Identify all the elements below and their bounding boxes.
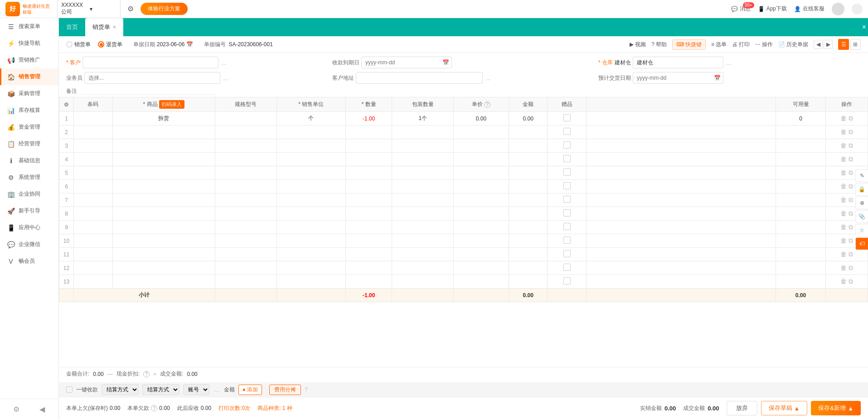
row-amount-11[interactable] bbox=[509, 248, 548, 261]
row-delete-5[interactable]: 🗑 bbox=[840, 169, 847, 176]
salesman-input[interactable] bbox=[84, 72, 220, 84]
row-unit-7[interactable] bbox=[276, 193, 345, 207]
row-amount-9[interactable] bbox=[509, 221, 548, 234]
row-unit-price-8[interactable] bbox=[454, 207, 509, 221]
row-spec-5[interactable] bbox=[215, 166, 276, 180]
gift-checkbox-12[interactable] bbox=[563, 264, 571, 271]
row-delete-13[interactable]: 🗑 bbox=[840, 278, 847, 285]
sidebar-item-sales-mgmt[interactable]: 🏠 销售管理 bbox=[0, 68, 58, 85]
float-star-button[interactable]: ☆ bbox=[855, 224, 868, 236]
online-service-button[interactable]: 👤 在线客服 bbox=[794, 5, 824, 13]
row-copy-4[interactable]: ⧉ bbox=[849, 155, 853, 163]
row-unit-price-6[interactable] bbox=[454, 180, 509, 193]
row-amount-10[interactable] bbox=[509, 234, 548, 248]
shortcut-action[interactable]: ⌨ 快捷键 bbox=[672, 39, 706, 50]
row-amount-1[interactable]: 0.00 bbox=[509, 112, 548, 125]
print-action[interactable]: 🖨 打印 bbox=[732, 41, 750, 48]
sidebar-item-enterprise-collab[interactable]: 🏢 企业协同 bbox=[0, 186, 58, 202]
gift-checkbox-10[interactable] bbox=[563, 236, 571, 244]
row-delete-3[interactable]: 🗑 bbox=[840, 142, 847, 149]
row-pkg-qty-2[interactable] bbox=[392, 125, 454, 139]
sidebar-item-basic-info[interactable]: ℹ 基础信息 bbox=[0, 152, 58, 169]
row-gift-5[interactable] bbox=[548, 166, 587, 180]
row-qty-1[interactable]: -1.00 bbox=[346, 112, 392, 125]
row-spec-13[interactable] bbox=[215, 275, 276, 289]
calendar-icon[interactable]: 📅 bbox=[186, 41, 193, 48]
row-pkg-qty-3[interactable] bbox=[392, 139, 454, 153]
float-edit-button[interactable]: ✎ bbox=[855, 169, 868, 182]
row-gift-10[interactable] bbox=[548, 234, 587, 248]
row-pkg-qty-7[interactable] bbox=[392, 193, 454, 207]
row-pkg-qty-11[interactable] bbox=[392, 248, 454, 261]
row-unit-price-11[interactable] bbox=[454, 248, 509, 261]
sidebar-item-search-order[interactable]: ☰ 搜索菜单 bbox=[0, 18, 58, 35]
operate-action[interactable]: ⋯ 操作 bbox=[755, 41, 773, 48]
sidebar-item-operations[interactable]: 📋 经营管理 bbox=[0, 135, 58, 152]
row-pkg-qty-4[interactable] bbox=[392, 153, 454, 166]
row-unit-price-2[interactable] bbox=[454, 125, 509, 139]
row-spec-9[interactable] bbox=[215, 221, 276, 234]
row-spec-6[interactable] bbox=[215, 180, 276, 193]
row-unit-price-9[interactable] bbox=[454, 221, 509, 234]
row-amount-2[interactable] bbox=[509, 125, 548, 139]
float-attachment-button[interactable]: 📎 bbox=[855, 210, 868, 223]
product-type-val[interactable]: 1 bbox=[282, 405, 286, 411]
row-amount-4[interactable] bbox=[509, 153, 548, 166]
discount-help-icon[interactable]: ? bbox=[143, 371, 150, 377]
payment-method-select[interactable]: 结算方式 bbox=[102, 384, 139, 395]
trial-button[interactable]: 体验行业方案 bbox=[141, 3, 188, 15]
row-copy-5[interactable]: ⧉ bbox=[849, 169, 853, 176]
row-unit-price-7[interactable] bbox=[454, 193, 509, 207]
save-draft-button[interactable]: 保存草稿 ▲ bbox=[761, 401, 808, 415]
row-gift-13[interactable] bbox=[548, 275, 587, 289]
row-barcode-8[interactable] bbox=[74, 207, 113, 221]
sidebar-item-starter-guide[interactable]: 🚀 新手引导 bbox=[0, 202, 58, 219]
row-delete-9[interactable]: 🗑 bbox=[840, 223, 847, 231]
row-barcode-10[interactable] bbox=[74, 234, 113, 248]
float-lock-button[interactable]: 🔒 bbox=[855, 183, 868, 196]
row-unit-4[interactable] bbox=[276, 153, 345, 166]
row-unit-price-12[interactable] bbox=[454, 261, 509, 275]
row-delete-12[interactable]: 🗑 bbox=[840, 264, 847, 271]
row-delete-4[interactable]: 🗑 bbox=[840, 155, 847, 163]
row-barcode-12[interactable] bbox=[74, 261, 113, 275]
float-copy-button[interactable]: ⊕ bbox=[855, 197, 868, 209]
row-spec-10[interactable] bbox=[215, 234, 276, 248]
row-amount-7[interactable] bbox=[509, 193, 548, 207]
row-gift-9[interactable] bbox=[548, 221, 587, 234]
row-qty-11[interactable] bbox=[346, 248, 392, 261]
row-product-8[interactable] bbox=[112, 207, 215, 221]
radio-return-order[interactable]: 退货单 bbox=[98, 41, 122, 48]
row-gift-4[interactable] bbox=[548, 153, 587, 166]
sidebar-settings-button[interactable]: ⚙ bbox=[10, 403, 23, 415]
expected-date-calendar-icon[interactable]: 📅 bbox=[714, 75, 721, 81]
row-amount-3[interactable] bbox=[509, 139, 548, 153]
row-pkg-qty-8[interactable] bbox=[392, 207, 454, 221]
grid-view-button[interactable]: ⊞ bbox=[850, 39, 861, 50]
gift-checkbox-9[interactable] bbox=[563, 223, 571, 230]
row-amount-5[interactable] bbox=[509, 166, 548, 180]
sidebar-item-app-center[interactable]: 📱 应用中心 bbox=[0, 219, 58, 236]
row-copy-13[interactable]: ⧉ bbox=[849, 278, 853, 285]
row-barcode-6[interactable] bbox=[74, 180, 113, 193]
row-product-12[interactable] bbox=[112, 261, 215, 275]
row-copy-10[interactable]: ⧉ bbox=[849, 237, 853, 244]
row-spec-4[interactable] bbox=[215, 153, 276, 166]
row-amount-8[interactable] bbox=[509, 207, 548, 221]
row-product-11[interactable] bbox=[112, 248, 215, 261]
row-spec-1[interactable] bbox=[215, 112, 276, 125]
warehouse-dots[interactable]: ... bbox=[726, 59, 732, 66]
row-pkg-qty-9[interactable] bbox=[392, 221, 454, 234]
sidebar-item-inventory[interactable]: 📊 库存核算 bbox=[0, 102, 58, 119]
row-barcode-4[interactable] bbox=[74, 153, 113, 166]
row-qty-7[interactable] bbox=[346, 193, 392, 207]
row-amount-6[interactable] bbox=[509, 180, 548, 193]
row-unit-2[interactable] bbox=[276, 125, 345, 139]
sidebar-item-quick-nav[interactable]: ⚡ 快捷导航 bbox=[0, 35, 58, 52]
prev-arrow-button[interactable]: ◀ bbox=[814, 40, 823, 49]
row-spec-7[interactable] bbox=[215, 193, 276, 207]
row-product-13[interactable] bbox=[112, 275, 215, 289]
row-qty-4[interactable] bbox=[346, 153, 392, 166]
row-copy-9[interactable]: ⧉ bbox=[849, 223, 853, 231]
row-unit-5[interactable] bbox=[276, 166, 345, 180]
